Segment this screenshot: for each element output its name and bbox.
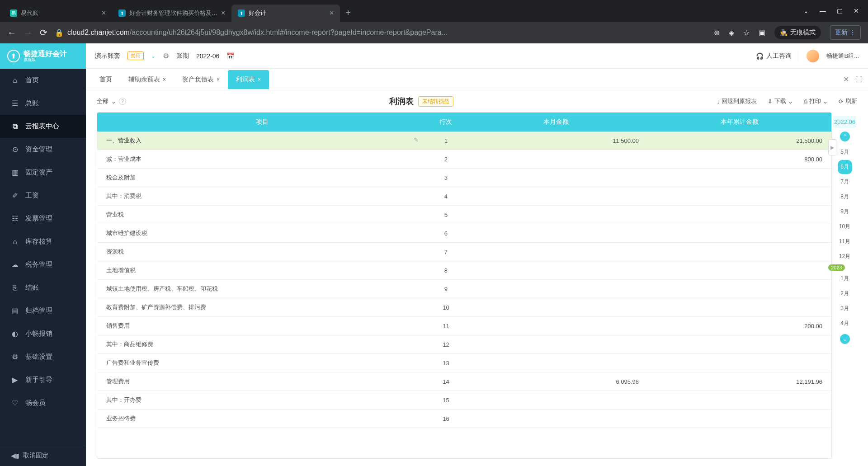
scroll-down-button[interactable]: ⌄ bbox=[840, 334, 850, 344]
scroll-up-button[interactable]: ⌃ bbox=[840, 132, 850, 141]
close-icon[interactable]: × bbox=[217, 76, 220, 83]
content-tab[interactable]: 辅助余额表× bbox=[120, 70, 174, 89]
zoom-icon[interactable]: ⊕ bbox=[714, 28, 720, 37]
revert-button[interactable]: ↓ 回退到原报表 bbox=[717, 97, 757, 105]
table-row[interactable]: 其中：开办费 15 bbox=[97, 391, 831, 410]
address-bar[interactable]: 🔒 cloud2.chanjet.com/accounting/uh26t264… bbox=[55, 28, 707, 37]
month-cell[interactable]: 3月 bbox=[832, 301, 857, 315]
incognito-badge[interactable]: 🕵 无痕模式 bbox=[774, 26, 821, 39]
sidebar-item[interactable]: ▶新手引导 bbox=[0, 368, 86, 391]
table-row[interactable]: 城镇土地使用税、房产税、车船税、印花税 9 bbox=[97, 280, 831, 298]
maximize-icon[interactable]: ▢ bbox=[837, 7, 843, 14]
fullscreen-icon[interactable]: ⛶ bbox=[855, 75, 863, 84]
month-cell[interactable]: 11月 bbox=[832, 235, 857, 249]
avatar[interactable] bbox=[807, 50, 819, 62]
help-icon[interactable]: ? bbox=[119, 98, 126, 105]
nav-icon: ◐ bbox=[11, 330, 19, 338]
support-label: 人工咨询 bbox=[766, 52, 792, 60]
month-cell[interactable]: 2月 bbox=[832, 287, 857, 301]
month-cell[interactable]: 8月 bbox=[832, 190, 857, 204]
sidebar-item[interactable]: ☷发票管理 bbox=[0, 207, 86, 230]
table-row[interactable]: 资源税 7 bbox=[97, 243, 831, 261]
gear-icon[interactable]: ⚙ bbox=[163, 52, 169, 60]
table-row[interactable]: 减：营业成本 2 800.00 bbox=[97, 150, 831, 169]
table-row[interactable]: 教育费附加、矿产资源补偿费、排污费 10 bbox=[97, 298, 831, 317]
sidebar-item[interactable]: ☰总账 bbox=[0, 92, 86, 115]
caret-down-icon[interactable]: ⌄ bbox=[803, 7, 809, 14]
new-tab-button[interactable]: + bbox=[340, 4, 356, 22]
table-row[interactable]: 营业税 5 bbox=[97, 206, 831, 224]
content-tab[interactable]: 利润表× bbox=[228, 70, 269, 89]
table-row[interactable]: 城市维护建设税 6 bbox=[97, 224, 831, 243]
table-row[interactable]: 土地增值税 8 bbox=[97, 261, 831, 280]
collapse-handle[interactable]: ▶ bbox=[828, 139, 836, 155]
app-logo[interactable]: ⬆ 畅捷通好会计 旗舰版 bbox=[0, 43, 86, 69]
month-cell[interactable]: 9月 bbox=[832, 205, 857, 219]
update-button[interactable]: 更新 ⋮ bbox=[830, 25, 861, 40]
download-button[interactable]: ⇩ 下载 ⌄ bbox=[768, 97, 793, 105]
table-row[interactable]: 广告费和业务宣传费 13 bbox=[97, 354, 831, 372]
sidebar-item[interactable]: ✐工资 bbox=[0, 184, 86, 207]
support-link[interactable]: 🎧 人工咨询 bbox=[756, 52, 792, 60]
month-cell[interactable]: 12月 bbox=[832, 249, 857, 264]
print-button[interactable]: ⎙ 打印 ⌄ bbox=[804, 97, 828, 105]
sidebar-item[interactable]: ▥固定资产 bbox=[0, 161, 86, 184]
col-header-year: 本年累计金额 bbox=[648, 113, 831, 132]
browser-tab[interactable]: 易 易代账 × bbox=[4, 5, 112, 22]
close-window-icon[interactable]: ✕ bbox=[854, 7, 859, 14]
table-row[interactable]: 税金及附加 3 bbox=[97, 169, 831, 187]
month-cell[interactable]: 1月 bbox=[832, 272, 857, 286]
month-cell[interactable]: 7月 bbox=[832, 175, 857, 189]
close-icon[interactable]: × bbox=[330, 9, 334, 17]
minimize-icon[interactable]: — bbox=[820, 7, 826, 14]
sidebar-item-label: 固定资产 bbox=[25, 168, 52, 177]
unpin-button[interactable]: ◀▮ 取消固定 bbox=[0, 445, 86, 466]
table-row[interactable]: 管理费用 14 6,095.98 12,191.96 bbox=[97, 372, 831, 391]
extensions-icon[interactable]: ◈ bbox=[729, 28, 734, 37]
close-icon[interactable]: × bbox=[221, 9, 225, 17]
filter-dropdown[interactable]: 全部 ⌄ ? bbox=[97, 97, 126, 105]
table-row[interactable]: 其中：商品维修费 12 bbox=[97, 335, 831, 354]
table-scroll[interactable]: 项目 行次 本月金额 本年累计金额 一、营业收入✎ 1 11,500.00 21… bbox=[97, 112, 832, 459]
close-all-icon[interactable]: ✕ bbox=[843, 75, 849, 84]
sidebar-item[interactable]: ◐小畅报销 bbox=[0, 322, 86, 345]
calendar-icon[interactable]: 📅 bbox=[226, 52, 234, 60]
sidebar-item[interactable]: ▤归档管理 bbox=[0, 299, 86, 322]
refresh-button[interactable]: ⟳ 刷新 bbox=[839, 97, 857, 105]
sidebar-item[interactable]: ♡畅会员 bbox=[0, 391, 86, 414]
sidebar-item[interactable]: ⧉云报表中心 bbox=[0, 115, 86, 138]
forward-button[interactable]: → bbox=[24, 28, 33, 38]
month-cell[interactable]: 6月 bbox=[838, 160, 852, 174]
account-selector[interactable]: 演示账套 bbox=[95, 52, 120, 60]
report-title: 利润表 bbox=[389, 96, 414, 107]
cell-line: 16 bbox=[428, 410, 464, 428]
sidebar-item[interactable]: ⌂库存核算 bbox=[0, 230, 86, 253]
sidebar-item[interactable]: ⚙基础设置 bbox=[0, 345, 86, 368]
month-cell[interactable]: 4月 bbox=[832, 316, 857, 330]
close-icon[interactable]: × bbox=[102, 9, 106, 17]
sidebar-item[interactable]: ⎘结账 bbox=[0, 276, 86, 299]
table-row[interactable]: 一、营业收入✎ 1 11,500.00 21,500.00 bbox=[97, 132, 831, 150]
bookmark-icon[interactable]: ☆ bbox=[743, 28, 750, 37]
table-row[interactable]: 业务招待费 16 bbox=[97, 410, 831, 428]
incognito-icon: 🕵 bbox=[780, 29, 788, 36]
content-tab[interactable]: 首页 bbox=[91, 70, 120, 89]
edit-icon[interactable]: ✎ bbox=[414, 137, 419, 143]
browser-tab-active[interactable]: ⬆ 好会计 × bbox=[231, 5, 340, 22]
back-button[interactable]: ← bbox=[7, 28, 16, 38]
download-icon: ⇩ bbox=[768, 98, 773, 105]
table-row[interactable]: 销售费用 11 200.00 bbox=[97, 317, 831, 335]
sidebar-item[interactable]: ⊙资金管理 bbox=[0, 138, 86, 161]
close-icon[interactable]: × bbox=[258, 76, 261, 83]
chevron-down-icon[interactable]: ⌄ bbox=[151, 53, 156, 59]
reload-button[interactable]: ⟳ bbox=[40, 27, 47, 38]
sidebar-item[interactable]: ☁税务管理 bbox=[0, 253, 86, 276]
close-icon[interactable]: × bbox=[163, 76, 166, 83]
sidebar-item[interactable]: ⌂首页 bbox=[0, 69, 86, 92]
table-row[interactable]: 其中：消费税 4 bbox=[97, 187, 831, 206]
cell-year bbox=[648, 354, 831, 372]
browser-tab[interactable]: ⬆ 好会计财务管理软件购买价格及… × bbox=[112, 5, 231, 22]
reading-list-icon[interactable]: ▣ bbox=[759, 28, 765, 37]
content-tab[interactable]: 资产负债表× bbox=[174, 70, 228, 89]
month-cell[interactable]: 10月 bbox=[832, 220, 857, 234]
